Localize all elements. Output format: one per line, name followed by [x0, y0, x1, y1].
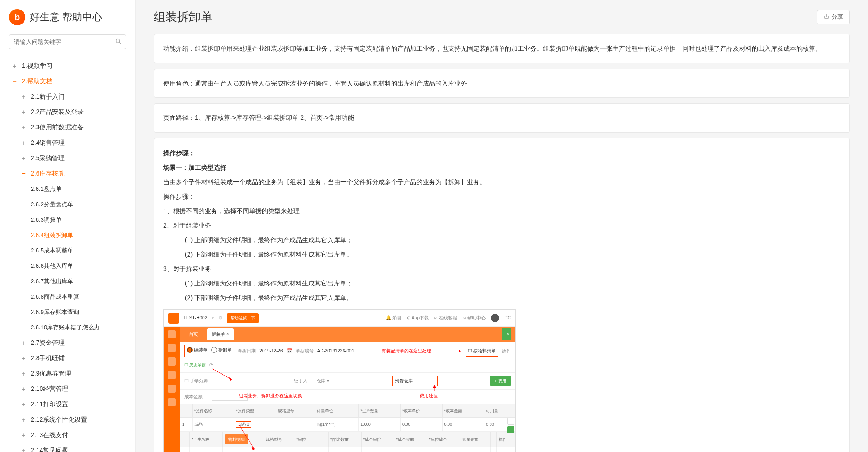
nav-item[interactable]: 2.6.6其他入库单 — [9, 258, 126, 274]
nav-item-label: 2.9优惠券管理 — [31, 370, 71, 378]
svg-line-7 — [239, 424, 255, 449]
side-icon — [507, 418, 514, 425]
plus-icon — [20, 339, 27, 347]
plus-icon — [20, 432, 27, 439]
ss-topbar: TEST-H002 ▾ ⚙ 帮助视频一下 🔔 消息⊙ App下载⊙ 在线客服⊙ … — [164, 310, 515, 327]
nav-item[interactable]: 2.12系统个性化设置 — [9, 412, 126, 428]
nav-item-label: 2.6.10库存账本错了怎么办 — [31, 324, 100, 332]
plus-icon — [20, 385, 27, 393]
nav-item[interactable]: 2.10经营管理 — [9, 381, 126, 397]
arrow-icon — [435, 351, 462, 351]
fee-btn: + 费用 — [490, 376, 511, 386]
nav-item[interactable]: 2.1新手入门 — [9, 89, 126, 105]
ss-help-btn: 帮助视频一下 — [227, 313, 259, 323]
search-icon[interactable] — [115, 38, 122, 46]
step2-1: (1) 上部明细为父件明细，最终作为产成品生成其它入库单； — [163, 233, 840, 246]
ss-leftnav — [164, 327, 180, 452]
nav-item[interactable]: 2.2产品安装及登录 — [9, 105, 126, 120]
plus-icon — [20, 109, 27, 116]
nav-item[interactable]: 2.5采购管理 — [9, 151, 126, 166]
nav-item[interactable]: 2.6.8商品成本重算 — [9, 289, 126, 305]
page-header: 组装拆卸单 分享 — [154, 9, 850, 25]
nav-item[interactable]: 2.帮助文档 — [9, 74, 126, 89]
logo[interactable]: b 好生意 帮助中心 — [9, 9, 126, 25]
nav-item-label: 2.6库存核算 — [31, 170, 65, 178]
nav-item[interactable]: 2.6.7其他出库单 — [9, 274, 126, 289]
path-label: 页面路径： — [163, 114, 195, 121]
plus-icon — [11, 62, 18, 70]
role-card: 使用角色：通常由生产人员或库管人员完成拆装业务的操作，库管人员确认原材料的出库和… — [154, 69, 850, 98]
steps-title: 操作步骤： — [163, 147, 840, 159]
nav-item-label: 2.7资金管理 — [31, 339, 65, 347]
nav-item[interactable]: 2.11打印设置 — [9, 397, 126, 412]
step3: 3、对于拆装业务 — [163, 262, 840, 275]
nav-icon — [168, 357, 176, 366]
nav-icon — [168, 344, 176, 352]
nav-item[interactable]: 2.7资金管理 — [9, 335, 126, 351]
ss-toolbar: 组装单 拆卸单 单据日期 2019-12-26 📅 单据编号 AD-201912… — [180, 342, 515, 373]
nav-item[interactable]: 2.6.10库存账本错了怎么办 — [9, 320, 126, 335]
ss-tabs: 首页 拆装单 × × — [180, 327, 515, 342]
step2: 2、对于组装业务 — [163, 219, 840, 232]
nav-item[interactable]: 2.6.4组装拆卸单 — [9, 228, 126, 243]
role-text: 通常由生产人员或库管人员完成拆装业务的操作，库管人员确认原材料的出库和产成品的入… — [195, 80, 467, 87]
embedded-screenshot: TEST-H002 ▾ ⚙ 帮助视频一下 🔔 消息⊙ App下载⊙ 在线客服⊙ … — [163, 309, 516, 452]
ss-topbar-title: TEST-H002 — [184, 314, 207, 323]
plus-icon — [20, 355, 27, 362]
nav-item[interactable]: 2.6.1盘点单 — [9, 181, 126, 197]
path-text: 1、库存核算->库存管理->组装拆卸单 2、首页->常用功能 — [195, 114, 354, 121]
nav-item[interactable]: 2.6.9库存账本查询 — [9, 305, 126, 320]
nav-item[interactable]: 2.14常见问题 — [9, 443, 126, 452]
nav-item[interactable]: 2.6.5成本调整单 — [9, 243, 126, 258]
path-card: 页面路径：1、库存核算->库存管理->组装拆卸单 2、首页->常用功能 — [154, 103, 850, 133]
nav-item[interactable]: 1.视频学习 — [9, 58, 126, 74]
ann-switch: 组装业务、拆卸业务在这里切换 — [239, 391, 302, 400]
nav-item[interactable]: 2.4销售管理 — [9, 135, 126, 151]
share-icon — [824, 14, 829, 20]
share-label: 分享 — [831, 13, 843, 21]
nav-item-label: 2.12系统个性化设置 — [31, 416, 87, 424]
steps-label: 操作步骤： — [163, 190, 840, 203]
nav-item[interactable]: 2.6库存核算 — [9, 166, 126, 181]
ss-topbar-right: 🔔 消息⊙ App下载⊙ 在线客服⊙ 帮助中心CC — [386, 314, 511, 323]
logo-text: 好生意 帮助中心 — [30, 10, 102, 24]
ann-fee: 费用处理 — [420, 391, 438, 400]
step3-1: (1) 上部明细为父件明细，最终作为原材料生成其它出库单； — [163, 277, 840, 290]
parent-table: *父件名称*父件类型规格型号计量单位*生产数量*成本单价*成本金额可用量1成品成… — [180, 404, 515, 432]
nav-item[interactable]: 2.9优惠券管理 — [9, 366, 126, 381]
nav-item-label: 2.8手机旺铺 — [31, 354, 65, 362]
intro-text: 组装拆卸单用来处理企业组装或拆卸等加工业务，支持有固定装配清单的产品加工业务，也… — [195, 45, 821, 52]
ss-tab-home: 首页 — [184, 328, 203, 340]
nav-item-label: 2.6.9库存账本查询 — [31, 308, 79, 316]
plus-icon — [20, 93, 27, 100]
nav-item-label: 2.2产品安装及登录 — [31, 108, 84, 116]
nav-item-label: 2.13在线支付 — [31, 431, 68, 439]
nav-icon — [168, 385, 176, 393]
search-input[interactable] — [9, 34, 126, 49]
type-selector-box: 组装单 拆卸单 — [184, 345, 234, 357]
plus-icon — [20, 139, 27, 147]
arrow-icon — [239, 424, 257, 452]
minus-icon — [20, 170, 27, 177]
scene-title: 场景一：加工类型选择 — [163, 161, 840, 174]
nav-item[interactable]: 2.6.3调拨单 — [9, 212, 126, 228]
svg-line-1 — [119, 42, 121, 44]
home-icon — [168, 330, 176, 338]
ss-content: 首页 拆装单 × × 组装单 拆卸单 单据日期 2019-12-26 — [180, 327, 515, 452]
nav-item-label: 2.6.5成本调整单 — [31, 247, 73, 255]
nav-item-label: 2.6.1盘点单 — [31, 185, 61, 193]
nav-item[interactable]: 2.3使用前数据准备 — [9, 120, 126, 135]
nav-item[interactable]: 2.8手机旺铺 — [9, 351, 126, 366]
svg-marker-6 — [433, 385, 436, 388]
nav-item-label: 2.1新手入门 — [31, 93, 65, 101]
content-card: 操作步骤： 场景一：加工类型选择 当由多个子件材料组装成一个成品的业务为【组装】… — [154, 138, 850, 452]
nav-item-label: 2.6.7其他出库单 — [31, 277, 73, 285]
ann-bom: 有装配清单的在这里处理 — [382, 347, 431, 356]
share-button[interactable]: 分享 — [817, 10, 850, 24]
nav-item-label: 1.视频学习 — [22, 62, 52, 70]
nav-item[interactable]: 2.13在线支付 — [9, 428, 126, 443]
nav-item-label: 2.6.8商品成本重算 — [31, 293, 79, 301]
ss-tab-active: 拆装单 × — [207, 328, 234, 340]
nav-item[interactable]: 2.6.2分量盘点单 — [9, 197, 126, 212]
intro-card: 功能介绍：组装拆卸单用来处理企业组装或拆卸等加工业务，支持有固定装配清单的产品加… — [154, 34, 850, 63]
